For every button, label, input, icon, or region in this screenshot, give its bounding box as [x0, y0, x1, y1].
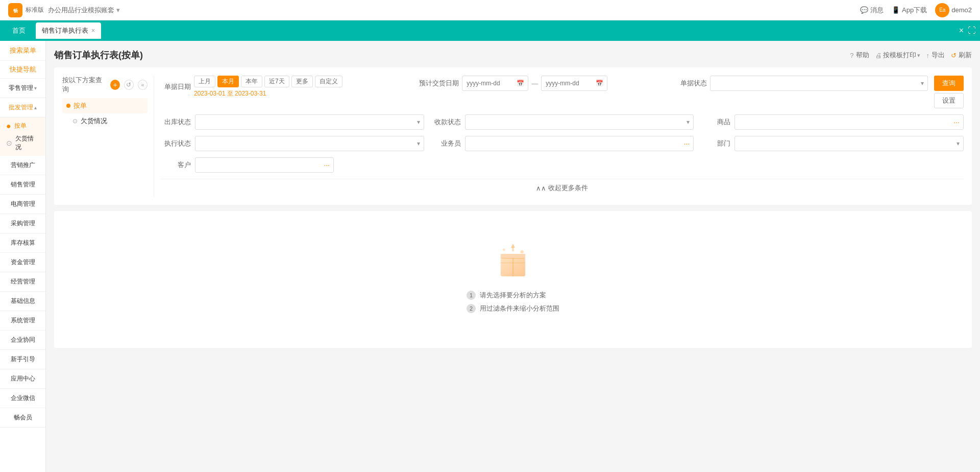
sidebar-item-purchase[interactable]: 采购管理: [0, 214, 45, 233]
scheme-debt-label: 欠货情况: [81, 116, 107, 126]
refresh-button[interactable]: ↺ 刷新: [951, 51, 972, 60]
sidebar-sub-scheme[interactable]: ● 按单: [0, 120, 45, 132]
tab-home[interactable]: 首页: [4, 22, 34, 39]
app-download-button[interactable]: 📱 App下载: [892, 6, 927, 15]
topbar-right: 💬 消息 📱 App下载 Ea demo2: [860, 3, 972, 17]
sidebar-item-marketing[interactable]: 营销推广: [0, 156, 45, 175]
scheme-item-debt[interactable]: ⊙ 欠货情况: [62, 113, 148, 129]
sidebar-item-marketing-label: 营销推广: [11, 161, 35, 170]
sidebar-item-system[interactable]: 系统管理: [0, 311, 45, 331]
empty-hints: 1 请先选择要分析的方案 2 用过滤条件来缩小分析范围: [467, 291, 559, 317]
customer-input[interactable]: [195, 157, 334, 173]
scheme-active-dot: [66, 104, 70, 108]
collapse-chevron-icon: ∧∧: [536, 184, 546, 192]
print-button[interactable]: 🖨 按模板打印 ▾: [875, 51, 920, 60]
sidebar-item-ecommerce[interactable]: 电商管理: [0, 195, 45, 214]
help-label: 帮助: [856, 51, 869, 60]
sidebar-quick-nav[interactable]: 快捷导航: [0, 61, 45, 79]
window-expand-icon[interactable]: ⛶: [968, 26, 976, 35]
export-button[interactable]: ↑ 导出: [926, 51, 945, 60]
sidebar-item-wholesale[interactable]: 批发管理 ▴: [0, 98, 45, 117]
sidebar-item-newbie[interactable]: 新手引导: [0, 350, 45, 369]
filter-right: 单据日期 上月 本月 本年 近7天 更多 自定义: [160, 76, 964, 197]
receipt-col: 收款状态 ▾: [430, 114, 694, 130]
sidebar-item-member[interactable]: 畅会员: [0, 408, 45, 428]
page-title: 销售订单执行表(按单): [54, 49, 143, 61]
breadcrumb-chevron[interactable]: ▾: [116, 6, 120, 14]
sidebar-item-finance-label: 资金管理: [11, 258, 35, 267]
dept-select[interactable]: [734, 136, 964, 151]
hint-num-1: 1: [467, 291, 476, 300]
help-button[interactable]: ? 帮助: [850, 51, 869, 60]
user-menu[interactable]: Ea demo2: [935, 3, 972, 17]
preset-custom[interactable]: 自定义: [315, 76, 342, 87]
logo-icon: 畅: [8, 3, 22, 17]
preset-last-month[interactable]: 上月: [194, 76, 215, 87]
outstock-select[interactable]: [195, 114, 424, 130]
sidebar-item-appstore[interactable]: 应用中心: [0, 369, 45, 389]
product-input[interactable]: [734, 114, 964, 130]
collapse-more-button[interactable]: ∧∧ 收起更多条件: [536, 183, 588, 193]
collapse-bar: ∧∧ 收起更多条件: [160, 179, 964, 197]
receipt-select[interactable]: [465, 114, 694, 130]
doc-status-select[interactable]: [710, 76, 928, 91]
sidebar-item-ops[interactable]: 经营管理: [0, 272, 45, 292]
sidebar-retail-arrow: ▾: [34, 85, 37, 91]
preset-this-month[interactable]: 本月: [217, 76, 239, 87]
product-dots-icon[interactable]: ···: [953, 118, 960, 126]
sidebar-item-wxbiz-label: 企业微信: [11, 394, 35, 403]
salesperson-label: 业务员: [430, 139, 461, 148]
add-scheme-button[interactable]: +: [110, 80, 120, 90]
sidebar-item-enterprise[interactable]: 企业协同: [0, 331, 45, 350]
refresh-scheme-button[interactable]: ↺: [124, 80, 134, 90]
empty-hint-1: 1 请先选择要分析的方案: [467, 291, 559, 300]
scheme-title-label: 按以下方案查询: [62, 76, 106, 94]
collapse-left-button[interactable]: «: [138, 80, 148, 90]
preset-7days[interactable]: 近7天: [264, 76, 289, 87]
dept-field: ▾: [734, 136, 964, 151]
exec-select[interactable]: [195, 136, 424, 151]
tab-close-icon[interactable]: ×: [91, 27, 95, 34]
filter-card: 按以下方案查询 + ↺ « 按单 ⊙ 欠货情况: [54, 67, 972, 205]
tabbar: 首页 销售订单执行表 × × ⛶: [0, 20, 980, 41]
product-label: 商品: [700, 117, 730, 127]
app-icon: 📱: [892, 6, 900, 14]
preset-more[interactable]: 更多: [291, 76, 313, 87]
sidebar-item-inventory[interactable]: 库存核算: [0, 233, 45, 253]
sidebar-item-finance[interactable]: 资金管理: [0, 253, 45, 272]
scheme-dot-icon: ●: [6, 122, 11, 130]
date-range-display: 2023-03-01 至 2023-03-31: [194, 89, 342, 98]
customer-field: ···: [195, 157, 334, 173]
sidebar-item-purchase-label: 采购管理: [11, 219, 35, 228]
customer-dots-icon[interactable]: ···: [324, 161, 330, 169]
page-title-actions: ? 帮助 🖨 按模板打印 ▾ ↑ 导出 ↺ 刷新: [850, 51, 972, 60]
tab-right-actions: × ⛶: [959, 26, 976, 35]
search-button[interactable]: 查询: [934, 76, 964, 91]
window-close-icon[interactable]: ×: [959, 26, 964, 35]
product-col: 商品 ···: [700, 114, 964, 130]
message-button[interactable]: 💬 消息: [860, 6, 884, 15]
print-dropdown-icon[interactable]: ▾: [917, 52, 920, 59]
salesperson-dots-icon[interactable]: ···: [684, 139, 690, 148]
tab-sales-order[interactable]: 销售订单执行表 ×: [36, 22, 101, 39]
empty-hint-2: 2 用过滤条件来缩小分析范围: [467, 304, 559, 313]
sidebar-item-wholesale-label: 批发管理: [9, 103, 33, 112]
svg-point-7: [503, 249, 505, 251]
scheme-item-by-order[interactable]: 按单: [62, 98, 148, 113]
sidebar-sub-debt[interactable]: ⊙ 欠货情况: [0, 132, 45, 154]
sidebar-item-sales[interactable]: 销售管理: [0, 175, 45, 195]
sidebar-item-retail[interactable]: 零售管理 ▾: [0, 79, 45, 98]
user-label: demo2: [951, 6, 972, 14]
page-content: 销售订单执行表(按单) ? 帮助 🖨 按模板打印 ▾ ↑ 导出: [46, 41, 980, 356]
salesperson-input[interactable]: [465, 136, 694, 151]
sidebar-item-wxbiz[interactable]: 企业微信: [0, 389, 45, 408]
date-from-calendar-icon: 📅: [517, 80, 524, 87]
filter-row3: 执行状态 ▾ 业务员: [160, 136, 964, 151]
sidebar-search[interactable]: 搜索菜单: [0, 41, 45, 61]
debt-icon: ⊙: [6, 139, 12, 147]
sidebar-item-system-label: 系统管理: [11, 316, 35, 325]
print-icon: 🖨: [875, 52, 882, 59]
setting-button[interactable]: 设置: [934, 93, 964, 108]
sidebar-item-basic[interactable]: 基础信息: [0, 292, 45, 311]
preset-this-year[interactable]: 本年: [241, 76, 262, 87]
